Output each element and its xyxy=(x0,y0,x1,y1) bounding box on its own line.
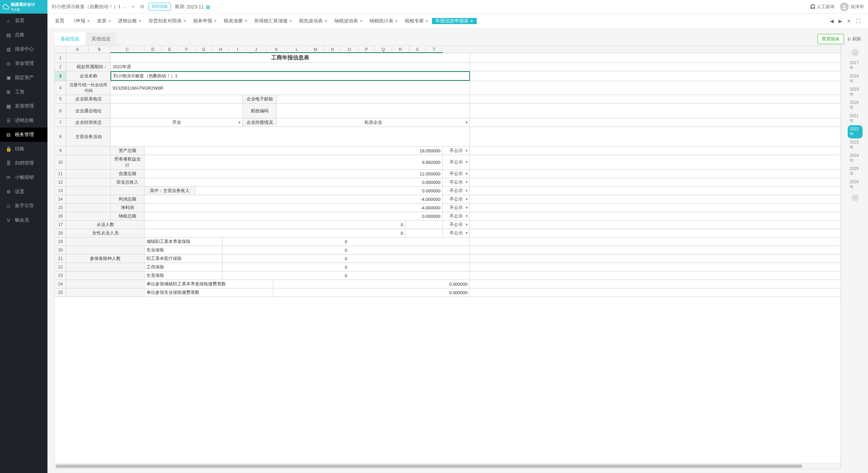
tab-2[interactable]: 发票✕ xyxy=(94,18,115,24)
sidebar-item-6[interactable]: ▦发票管理 xyxy=(0,99,47,113)
col-header[interactable]: C xyxy=(111,46,144,53)
row-number[interactable]: 17 xyxy=(55,221,66,229)
col-header[interactable]: D xyxy=(144,46,161,53)
tab-0[interactable]: 首页 xyxy=(52,18,68,24)
sidebar-item-2[interactable]: ▥报表中心 xyxy=(0,42,47,56)
col-header[interactable]: L xyxy=(287,46,307,53)
tab-10[interactable]: 纳税统计表✕ xyxy=(366,18,401,24)
tab-close-all-icon[interactable]: ✕ xyxy=(847,18,851,24)
year-chip[interactable]: 2025年 xyxy=(848,165,863,178)
tab-3[interactable]: 进销台账✕ xyxy=(115,18,145,24)
tab-9[interactable]: 纳税波动表✕ xyxy=(331,18,366,24)
row-number[interactable]: 25 xyxy=(55,288,66,297)
col-header[interactable]: J xyxy=(246,46,267,53)
subtab-basic[interactable]: 基础信息 xyxy=(54,33,85,45)
holding-select[interactable]: 私营企业 xyxy=(277,118,470,127)
disclose-select[interactable]: 不公示 xyxy=(443,178,470,186)
tab-12[interactable]: 年报信息申报表✕ xyxy=(432,18,477,24)
period-value[interactable]: 2023-11 xyxy=(186,4,204,10)
sidebar-item-8[interactable]: ⊟税务管理 xyxy=(0,128,47,142)
col-header[interactable]: A xyxy=(66,46,88,53)
fullscreen-icon[interactable]: ⛶ xyxy=(856,18,861,24)
year-chip[interactable]: 2017年 xyxy=(848,59,863,72)
row-number[interactable]: 13 xyxy=(55,187,66,195)
col-header[interactable]: Q xyxy=(375,46,392,53)
reset-button[interactable]: 重置报表 xyxy=(817,34,844,44)
row-number[interactable]: 20 xyxy=(55,246,66,254)
sidebar-item-11[interactable]: ⟳小畅报销 xyxy=(0,170,47,185)
sidebar-item-10[interactable]: 🗄归档管理 xyxy=(0,156,47,170)
row-number[interactable]: 16 xyxy=(55,212,66,220)
row-number[interactable]: 8 xyxy=(55,127,66,146)
row-number[interactable]: 23 xyxy=(55,271,66,280)
year-chip[interactable]: 2024年 xyxy=(848,152,863,165)
gear-icon[interactable]: ⚙ xyxy=(140,3,144,10)
disclose-select[interactable]: 不公示 xyxy=(443,212,470,220)
row-number[interactable]: 19 xyxy=(55,238,66,246)
close-icon[interactable]: ✕ xyxy=(183,19,186,23)
close-icon[interactable]: ✕ xyxy=(289,19,292,23)
row-number[interactable]: 6 xyxy=(55,103,66,118)
col-header[interactable]: E xyxy=(161,46,178,53)
year-chip[interactable]: 2023年 xyxy=(848,138,863,152)
row-number[interactable]: 1 xyxy=(55,53,66,62)
year-up-icon[interactable]: ︿ xyxy=(851,49,859,56)
disclose-select[interactable]: 不公示 xyxy=(443,187,470,195)
row-number[interactable]: 18 xyxy=(55,229,66,237)
row-number[interactable]: 9 xyxy=(55,147,66,155)
year-chip[interactable]: 2022年 xyxy=(848,125,863,138)
add-icon[interactable]: ＋ xyxy=(130,3,136,10)
status-select[interactable]: 开业 xyxy=(111,118,243,127)
spreadsheet[interactable]: ABCDEFGHIJKLMNOPQRST 1工商年报信息表2税款所属期间：202… xyxy=(54,45,841,469)
col-header[interactable]: G xyxy=(195,46,212,53)
sidebar-item-12[interactable]: ⚙设置 xyxy=(0,185,47,199)
refresh-button[interactable]: ↻ 刷新 xyxy=(847,36,861,42)
row-number[interactable]: 22 xyxy=(55,263,66,271)
row-number[interactable]: 7 xyxy=(55,118,66,127)
close-icon[interactable]: ✕ xyxy=(395,19,398,23)
disclose-select[interactable]: 不公示 xyxy=(443,170,470,178)
row-number[interactable]: 15 xyxy=(55,204,66,212)
col-header[interactable]: I xyxy=(229,46,246,53)
tab-1[interactable]: 《申报✕ xyxy=(68,18,94,24)
close-icon[interactable]: ✕ xyxy=(214,19,217,23)
tab-11[interactable]: 税检专家✕ xyxy=(401,18,432,24)
sidebar-item-14[interactable]: V畅会员 xyxy=(0,213,47,227)
col-header[interactable]: M xyxy=(307,46,324,53)
disclose-select[interactable]: 不公示 xyxy=(443,195,470,203)
tab-5[interactable]: 税务申报✕ xyxy=(190,18,220,24)
row-number[interactable]: 3 xyxy=(55,71,66,81)
year-chip[interactable]: 2021年 xyxy=(848,112,863,125)
col-header[interactable]: O xyxy=(341,46,358,53)
year-chip[interactable]: 2018年 xyxy=(848,72,863,86)
year-chip[interactable]: 2020年 xyxy=(848,99,863,112)
close-icon[interactable]: ✕ xyxy=(87,19,90,23)
row-number[interactable]: 5 xyxy=(55,95,66,103)
tab-6[interactable]: 税表清册✕ xyxy=(220,18,251,24)
year-down-icon[interactable]: ﹀ xyxy=(851,194,859,202)
sidebar-item-4[interactable]: ▣固定资产 xyxy=(0,71,47,85)
sidebar-item-0[interactable]: ⌂首页 xyxy=(0,14,47,28)
col-header[interactable]: H xyxy=(212,46,229,53)
row-number[interactable]: 12 xyxy=(55,178,66,186)
close-icon[interactable]: ✕ xyxy=(244,19,248,23)
company-value[interactable]: 刘小艳演示账套（勿删勿动！）1 xyxy=(111,71,470,81)
subtab-other[interactable]: 其他信息 xyxy=(85,33,117,45)
sidebar-item-9[interactable]: 🔒结账 xyxy=(0,142,47,156)
account-selector[interactable]: 刘小艳演示账套（勿删勿动！）1 ⌵ xyxy=(52,4,126,10)
row-number[interactable]: 2 xyxy=(55,63,66,71)
horizontal-scrollbar[interactable] xyxy=(55,463,841,469)
col-header[interactable]: B xyxy=(88,46,111,53)
col-header[interactable]: T xyxy=(426,46,443,53)
col-header[interactable]: K xyxy=(267,46,287,53)
sidebar-item-3[interactable]: ◎资金管理 xyxy=(0,56,47,71)
col-header[interactable]: F xyxy=(178,46,195,53)
disclose-select[interactable]: 不公示 xyxy=(443,147,470,155)
close-icon[interactable]: ✕ xyxy=(138,19,142,23)
tab-7[interactable]: 所得税汇算清缴✕ xyxy=(251,18,296,24)
close-icon[interactable]: ✕ xyxy=(108,19,111,23)
sidebar-item-5[interactable]: ⊞工资 xyxy=(0,85,47,99)
close-icon[interactable]: ✕ xyxy=(470,19,473,23)
calendar-icon[interactable]: ▦ xyxy=(206,4,210,10)
col-header[interactable]: P xyxy=(358,46,375,53)
